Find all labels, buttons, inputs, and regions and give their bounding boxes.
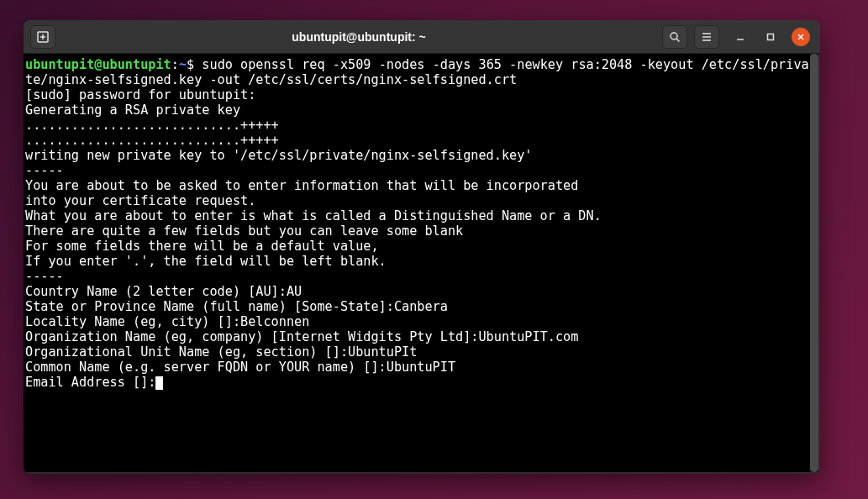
output-line: State or Province Name (full name) [Some…: [25, 299, 448, 314]
window-controls: [731, 28, 810, 46]
output-line: writing new private key to '/etc/ssl/pri…: [25, 148, 532, 163]
terminal-window: ubuntupit@ubuntupit: ~: [24, 20, 820, 474]
output-line: Generating a RSA private key: [25, 102, 240, 118]
svg-line-4: [676, 39, 680, 42]
close-button[interactable]: [792, 28, 810, 46]
output-line: -----: [25, 269, 64, 284]
minimize-button[interactable]: [731, 28, 750, 46]
output-line: What you are about to enter is what is c…: [25, 208, 602, 223]
output-line: [sudo] password for ubuntupit:: [25, 87, 255, 102]
search-button[interactable]: [662, 25, 687, 49]
output-line: -----: [25, 163, 64, 178]
output-line: For some fields there will be a default …: [25, 239, 379, 254]
scrollbar-thumb[interactable]: [810, 54, 818, 472]
output-line: There are quite a few fields but you can…: [25, 223, 463, 239]
prompt-sep: :: [171, 57, 179, 72]
new-tab-button[interactable]: [30, 25, 55, 49]
prompt-symbol: $: [187, 57, 202, 72]
output-line: Common Name (e.g. server FQDN or YOUR na…: [25, 360, 455, 375]
cursor-icon: [155, 376, 163, 390]
menu-button[interactable]: [694, 25, 719, 49]
output-line: ............................+++++: [25, 133, 279, 148]
output-line: Organizational Unit Name (eg, section) […: [25, 344, 417, 360]
output-line: If you enter '.', the field will be left…: [25, 254, 387, 269]
titlebar: ubuntupit@ubuntupit: ~: [24, 20, 820, 54]
maximize-button[interactable]: [761, 28, 780, 46]
output-line: You are about to be asked to enter infor…: [25, 178, 578, 193]
scrollbar[interactable]: [810, 54, 818, 472]
svg-point-3: [671, 33, 677, 39]
output-line: into your certificate request.: [25, 193, 255, 208]
prompt-user: ubuntupit@ubuntupit: [25, 57, 171, 72]
output-line: Locality Name (eg, city) []:Belconnen: [25, 314, 309, 329]
terminal-body[interactable]: ubuntupit@ubuntupit:~$ sudo openssl req …: [24, 54, 818, 472]
terminal-content[interactable]: ubuntupit@ubuntupit:~$ sudo openssl req …: [25, 57, 813, 390]
prompt-path: ~: [179, 57, 187, 72]
output-line: ............................+++++: [25, 118, 279, 133]
output-line: Organization Name (eg, company) [Interne…: [25, 329, 578, 344]
output-line: Email Address []:: [25, 375, 155, 390]
svg-rect-9: [768, 34, 774, 39]
output-line: Country Name (2 letter code) [AU]:AU: [25, 284, 302, 299]
window-title: ubuntupit@ubuntupit: ~: [62, 30, 655, 44]
